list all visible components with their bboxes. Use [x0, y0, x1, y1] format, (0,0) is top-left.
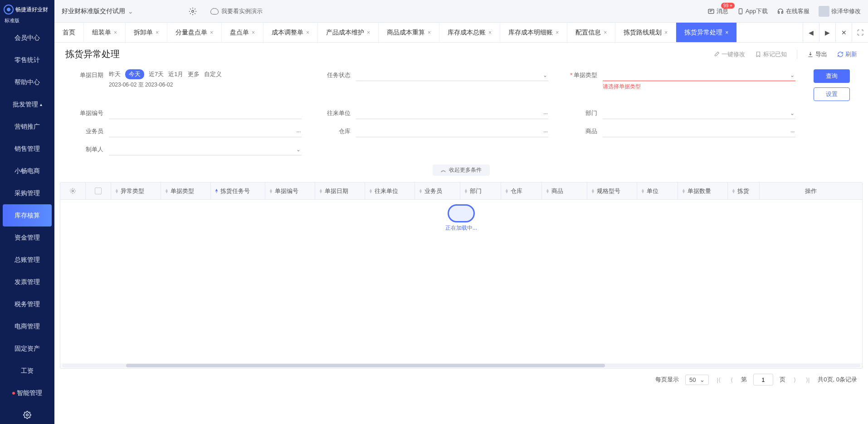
close-icon[interactable]: × [725, 29, 728, 36]
per-page-select[interactable]: 50 ⌄ [685, 375, 708, 385]
first-page-button[interactable]: |⟨ [715, 376, 722, 383]
col-2[interactable]: ▲▼拣货任务号 [211, 183, 265, 199]
scrollbar-thumb[interactable] [126, 364, 605, 367]
sidebar-item-8[interactable]: 库存核算 [3, 204, 52, 226]
tab-1[interactable]: 组装单× [84, 23, 126, 42]
tab-8[interactable]: 库存成本总账× [439, 23, 500, 42]
warehouse-input[interactable]: ··· [356, 125, 549, 137]
tabs-scroll-right[interactable]: ▶ [819, 23, 835, 42]
tab-10[interactable]: 配置信息× [567, 23, 615, 42]
close-icon[interactable]: × [306, 29, 309, 36]
close-icon[interactable]: × [252, 29, 255, 36]
tab-12[interactable]: 拣货异常处理× [676, 23, 737, 42]
sidebar-item-17[interactable]: 经营管理 [0, 404, 54, 406]
close-icon[interactable]: × [604, 29, 607, 36]
col-13[interactable]: ▲▼拣货 [728, 183, 760, 199]
customer-service[interactable]: 在线客服 [777, 7, 809, 15]
refresh-button[interactable]: 刷新 [837, 50, 857, 58]
col-12[interactable]: ▲▼单据数量 [678, 183, 728, 199]
select-all-checkbox[interactable] [86, 183, 111, 199]
tab-7[interactable]: 商品成本重算× [379, 23, 439, 42]
export-button[interactable]: 导出 [807, 50, 827, 58]
date-tab-1m[interactable]: 近1月 [168, 70, 183, 78]
tab-9[interactable]: 库存成本明细账× [500, 23, 567, 42]
sidebar-item-9[interactable]: 资金管理 [0, 226, 54, 249]
collapse-filters[interactable]: ︽ 收起更多条件 [433, 164, 490, 176]
col-11[interactable]: ▲▼单位 [637, 183, 678, 199]
sidebar-item-14[interactable]: 固定资产 [0, 337, 54, 360]
creator-select[interactable]: ⌄ [109, 144, 302, 155]
sidebar-item-3[interactable]: 批发管理 [0, 93, 54, 116]
col-4[interactable]: ▲▼单据日期 [315, 183, 365, 199]
topbar-settings[interactable] [189, 7, 197, 15]
sidebar-item-7[interactable]: 采购管理 [0, 182, 54, 204]
tab-4[interactable]: 盘点单× [222, 23, 263, 42]
tab-0[interactable]: 首页 [54, 23, 84, 42]
messages-button[interactable]: 消息 99 + [707, 7, 728, 15]
col-3[interactable]: ▲▼单据编号 [265, 183, 315, 199]
date-tab-yesterday[interactable]: 昨天 [109, 70, 121, 78]
salesman-input[interactable]: ··· [109, 125, 302, 137]
date-tab-today[interactable]: 今天 [125, 69, 144, 79]
close-icon[interactable]: × [114, 29, 117, 36]
demo-link[interactable]: 我要看实例演示 [210, 7, 263, 15]
sidebar-item-5[interactable]: 销售管理 [0, 138, 54, 160]
next-page-button[interactable]: ⟩ [792, 376, 798, 383]
table-scrollbar[interactable] [60, 363, 862, 368]
close-icon[interactable]: × [428, 29, 431, 36]
tab-11[interactable]: 拣货路线规划× [615, 23, 676, 42]
tab-3[interactable]: 分量盘点单× [167, 23, 222, 42]
sidebar-settings[interactable] [0, 406, 54, 424]
doc-type-select[interactable]: ⌄ [603, 69, 795, 81]
setting-button[interactable]: 设置 [814, 87, 850, 101]
query-button[interactable]: 查询 [814, 69, 850, 83]
close-icon[interactable]: × [556, 29, 559, 36]
date-tab-custom[interactable]: 自定义 [204, 70, 222, 78]
app-download[interactable]: App下载 [737, 7, 768, 15]
close-icon[interactable]: × [367, 29, 370, 36]
mark-known-button[interactable]: 标记已知 [755, 50, 787, 58]
col-1[interactable]: ▲▼单据类型 [161, 183, 211, 199]
tabs-scroll-left[interactable]: ◀ [803, 23, 819, 42]
col-8[interactable]: ▲▼仓库 [501, 183, 542, 199]
sidebar-item-16[interactable]: 智能管理 [0, 382, 54, 404]
tab-5[interactable]: 成本调整单× [263, 23, 318, 42]
tabs-fullscreen[interactable]: ⛶ [852, 23, 868, 42]
sidebar-item-13[interactable]: 电商管理 [0, 315, 54, 337]
col-10[interactable]: ▲▼规格型号 [587, 183, 637, 199]
sidebar-item-15[interactable]: 工资 [0, 360, 54, 382]
user-menu[interactable]: 徐泽华修改 [819, 6, 861, 17]
col-0[interactable]: ▲▼异常类型 [111, 183, 161, 199]
bulk-edit-button[interactable]: 一键修改 [713, 50, 745, 58]
app-switcher[interactable]: 好业财标准版交付试用 ⌄ [62, 7, 180, 15]
sidebar-item-12[interactable]: 税务管理 [0, 293, 54, 315]
col-5[interactable]: ▲▼往来单位 [365, 183, 415, 199]
sidebar-item-10[interactable]: 总账管理 [0, 249, 54, 271]
sidebar-item-0[interactable]: 会员中心 [0, 27, 54, 49]
tab-2[interactable]: 拆卸单× [126, 23, 167, 42]
prev-page-button[interactable]: ⟨ [729, 376, 735, 383]
last-page-button[interactable]: ⟩| [804, 376, 811, 383]
sidebar-item-2[interactable]: 帮助中心 [0, 71, 54, 93]
date-tab-more[interactable]: 更多 [188, 70, 200, 78]
close-icon[interactable]: × [210, 29, 213, 36]
sidebar-item-1[interactable]: 零售统计 [0, 49, 54, 71]
close-icon[interactable]: × [488, 29, 492, 36]
col-6[interactable]: ▲▼业务员 [415, 183, 460, 199]
date-tab-7d[interactable]: 近7天 [149, 70, 164, 78]
sidebar-item-11[interactable]: 发票管理 [0, 271, 54, 293]
tab-6[interactable]: 产品成本维护× [318, 23, 379, 42]
task-status-select[interactable]: ⌄ [356, 69, 549, 81]
tabs-close-all[interactable]: ✕ [835, 23, 852, 42]
col-7[interactable]: ▲▼部门 [460, 183, 501, 199]
close-icon[interactable]: × [156, 29, 159, 36]
col-9[interactable]: ▲▼商品 [542, 183, 587, 199]
table-settings[interactable] [60, 183, 86, 199]
sidebar-item-4[interactable]: 营销推广 [0, 116, 54, 138]
sidebar-item-6[interactable]: 小畅电商 [0, 160, 54, 182]
product-input[interactable]: ··· [603, 125, 795, 137]
partner-input[interactable]: ··· [356, 107, 549, 119]
page-input[interactable] [753, 374, 773, 385]
doc-no-input[interactable] [109, 107, 302, 119]
close-icon[interactable]: × [664, 29, 668, 36]
